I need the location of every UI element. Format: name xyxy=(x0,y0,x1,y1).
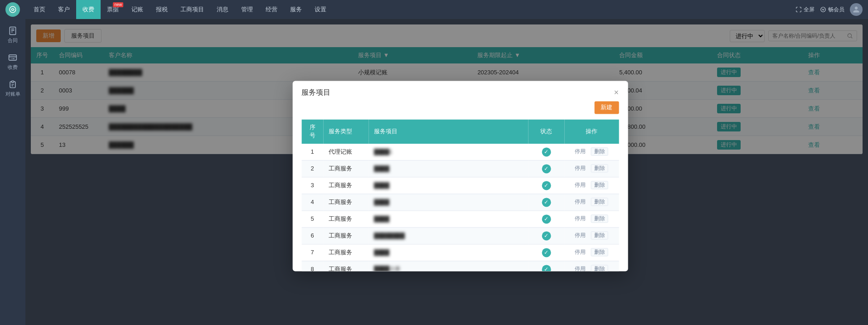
status-check-icon: ✓ xyxy=(542,214,551,223)
modal-cell-status: ✓ xyxy=(528,227,564,244)
nav-items: 首页 客户 收费 票据 new 记账 报税 工商项目 消息 管理 经营 服务 设… xyxy=(27,0,795,19)
sidebar-label-fee: 收费 xyxy=(8,64,18,71)
nav-fee[interactable]: 收费 xyxy=(76,0,101,19)
modal-cell-action: 停用 删除 xyxy=(564,194,619,210)
modal-cell-item: ████ xyxy=(369,244,528,261)
modal-table-row: 5 工商服务 ████ ✓ 停用 删除 xyxy=(301,210,619,227)
modal-table-row: 1 代理记账 ████1 ✓ 停用 删除 xyxy=(301,144,619,160)
nav-right: 全屏 畅会员 xyxy=(795,3,863,16)
status-check-icon: ✓ xyxy=(542,231,551,240)
user-avatar[interactable] xyxy=(850,3,863,16)
fullscreen-button[interactable]: 全屏 xyxy=(795,6,815,14)
service-items-table: 序号 服务类型 服务项目 状态 操作 1 代理记账 ████1 ✓ 停用 删除 xyxy=(301,119,619,271)
nav-message[interactable]: 消息 xyxy=(210,0,235,19)
vip-label: 畅会员 xyxy=(828,6,844,14)
status-check-icon: ✓ xyxy=(542,164,551,173)
modal-cell-seq: 5 xyxy=(301,210,323,227)
nav-bizproject[interactable]: 工商项目 xyxy=(174,0,210,19)
modal-cell-seq: 3 xyxy=(301,177,323,194)
modal-cell-type: 代理记账 xyxy=(323,144,369,160)
nav-home[interactable]: 首页 xyxy=(27,0,52,19)
modal-col-status: 状态 xyxy=(528,119,564,144)
sidebar: 合同 收费 对账单 xyxy=(0,19,25,325)
modal-cell-seq: 4 xyxy=(301,194,323,210)
modal-cell-type: 工商服务 xyxy=(323,194,369,210)
modal-cell-seq: 2 xyxy=(301,160,323,177)
modal-cell-action: 停用 删除 xyxy=(564,261,619,271)
modal-cell-type: 工商服务 xyxy=(323,210,369,227)
modal-table-row: 7 工商服务 ████ ✓ 停用 删除 xyxy=(301,244,619,261)
main-layout: 合同 收费 对账单 新增 服务项目 xyxy=(0,19,868,325)
modal-cell-item: ████████ xyxy=(369,227,528,244)
modal-table-row: 6 工商服务 ████████ ✓ 停用 删除 xyxy=(301,227,619,244)
status-check-icon: ✓ xyxy=(542,181,551,190)
sidebar-item-contract[interactable]: 合同 xyxy=(0,23,25,48)
modal-cell-status: ✓ xyxy=(528,194,564,210)
svg-rect-4 xyxy=(12,81,14,82)
modal-cell-status: ✓ xyxy=(528,261,564,271)
modal-cell-status: ✓ xyxy=(528,144,564,160)
app-logo xyxy=(5,2,20,17)
nav-tax[interactable]: 报税 xyxy=(150,0,174,19)
status-check-icon: ✓ xyxy=(542,147,551,156)
sidebar-item-fee[interactable]: 收费 xyxy=(0,49,25,74)
modal-cell-status: ✓ xyxy=(528,160,564,177)
svg-rect-3 xyxy=(9,55,17,60)
modal-cell-type: 工商服务 xyxy=(323,160,369,177)
nav-service[interactable]: 服务 xyxy=(284,0,308,19)
modal-header: 服务项目 × xyxy=(292,81,628,101)
nav-customer[interactable]: 客户 xyxy=(52,0,76,19)
sidebar-label-contract: 合同 xyxy=(8,37,18,44)
modal-cell-seq: 8 xyxy=(301,261,323,271)
modal-cell-status: ✓ xyxy=(528,244,564,261)
modal-table-row: 3 工商服务 ████ ✓ 停用 删除 xyxy=(301,177,619,194)
modal-cell-seq: 7 xyxy=(301,244,323,261)
modal-col-item: 服务项目 xyxy=(369,119,528,144)
modal-title: 服务项目 xyxy=(301,88,330,97)
modal-new-button[interactable]: 新建 xyxy=(594,101,619,114)
fullscreen-label: 全屏 xyxy=(804,6,815,14)
modal-cell-type: 工商服务 xyxy=(323,177,369,194)
modal-col-type: 服务类型 xyxy=(323,119,369,144)
sidebar-item-statement[interactable]: 对账单 xyxy=(0,76,25,101)
modal-cell-seq: 1 xyxy=(301,144,323,160)
modal-table-row: 8 工商服务 ████注册 ✓ 停用 删除 xyxy=(301,261,619,271)
modal-body: 序号 服务类型 服务项目 状态 操作 1 代理记账 ████1 ✓ 停用 删除 xyxy=(292,119,628,271)
top-nav: 首页 客户 收费 票据 new 记账 报税 工商项目 消息 管理 经营 服务 设… xyxy=(0,0,868,19)
modal-close-button[interactable]: × xyxy=(614,88,619,97)
modal-cell-action: 停用 删除 xyxy=(564,177,619,194)
modal-cell-action: 停用 删除 xyxy=(564,244,619,261)
modal-cell-seq: 6 xyxy=(301,227,323,244)
modal-cell-action: 停用 删除 xyxy=(564,160,619,177)
nav-invoice[interactable]: 票据 new xyxy=(101,0,125,19)
modal-cell-action: 停用 删除 xyxy=(564,144,619,160)
modal-cell-status: ✓ xyxy=(528,210,564,227)
modal-cell-action: 停用 删除 xyxy=(564,210,619,227)
status-check-icon: ✓ xyxy=(542,265,551,271)
modal-col-seq: 序号 xyxy=(301,119,323,144)
modal-cell-item: ████ xyxy=(369,160,528,177)
nav-operation[interactable]: 经营 xyxy=(259,0,284,19)
modal-cell-item: ████注册 xyxy=(369,261,528,271)
status-check-icon: ✓ xyxy=(542,248,551,257)
modal-cell-item: ████ xyxy=(369,194,528,210)
sidebar-label-statement: 对账单 xyxy=(5,91,20,97)
modal-cell-action: 停用 删除 xyxy=(564,227,619,244)
modal-cell-item: ████1 xyxy=(369,144,528,160)
service-modal: 服务项目 × 新建 序号 服务类型 服务项目 状态 操作 xyxy=(292,81,628,271)
content-area: 新增 服务项目 进行中 已完成 已取消 xyxy=(25,19,868,325)
nav-bookkeeping[interactable]: 记账 xyxy=(125,0,150,19)
new-badge: new xyxy=(113,2,123,7)
modal-cell-type: 工商服务 xyxy=(323,244,369,261)
modal-cell-type: 工商服务 xyxy=(323,261,369,271)
nav-manage[interactable]: 管理 xyxy=(235,0,259,19)
modal-cell-item: ████ xyxy=(369,210,528,227)
modal-table-row: 2 工商服务 ████ ✓ 停用 删除 xyxy=(301,160,619,177)
modal-col-action: 操作 xyxy=(564,119,619,144)
vip-button[interactable]: 畅会员 xyxy=(820,6,844,14)
modal-table-row: 4 工商服务 ████ ✓ 停用 删除 xyxy=(301,194,619,210)
status-check-icon: ✓ xyxy=(542,198,551,207)
modal-cell-item: ████ xyxy=(369,177,528,194)
modal-cell-status: ✓ xyxy=(528,177,564,194)
nav-settings[interactable]: 设置 xyxy=(308,0,333,19)
